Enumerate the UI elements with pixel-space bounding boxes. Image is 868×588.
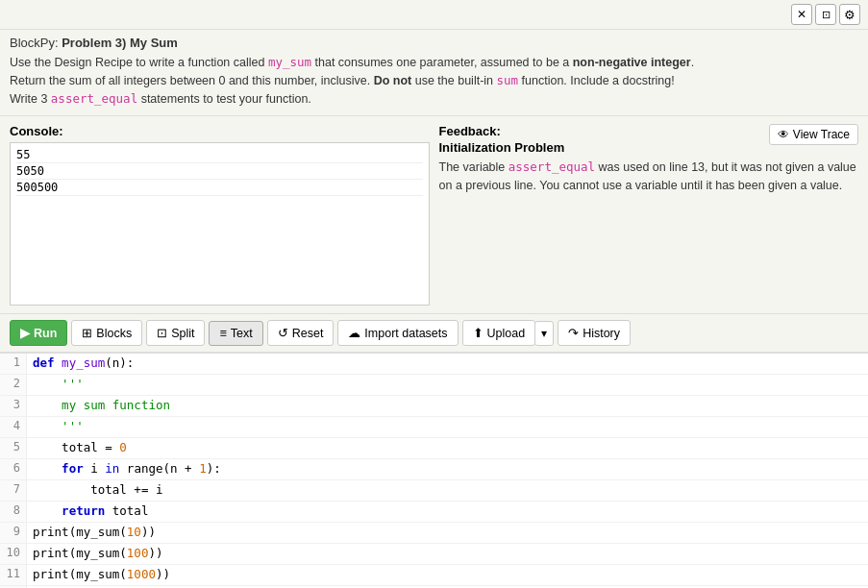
blocks-icon: ⊞ xyxy=(82,326,92,340)
history-button[interactable]: ↷ History xyxy=(558,320,631,346)
feedback-text: The variable assert_equal was used on li… xyxy=(439,159,859,195)
run-icon: ▶ xyxy=(20,326,30,340)
console-label: Console: xyxy=(10,124,430,138)
history-label: History xyxy=(583,327,620,340)
code-editor[interactable]: 1 def my_sum(n): 2 ''' 3 my sum function… xyxy=(0,353,868,588)
view-trace-button[interactable]: 👁 View Trace xyxy=(769,124,858,145)
blocks-button[interactable]: ⊞ Blocks xyxy=(71,320,142,346)
code-line-5: 5 total = 0 xyxy=(0,438,868,459)
header-title: BlockPy: Problem 3) My Sum xyxy=(10,36,858,50)
eye-icon: 👁 xyxy=(778,128,789,141)
code-line-11: 11 print(my_sum(1000)) xyxy=(0,565,868,586)
header-area: BlockPy: Problem 3) My Sum Use the Desig… xyxy=(0,30,868,116)
window-button[interactable]: ⊡ xyxy=(815,4,836,25)
console-panel: Console: 55 5050 500500 xyxy=(10,124,430,306)
code-line-10: 10 print(my_sum(100)) xyxy=(0,544,868,565)
console-line-3: 500500 xyxy=(16,180,423,196)
console-box[interactable]: 55 5050 500500 xyxy=(10,142,430,306)
code-line-9: 9 print(my_sum(10)) xyxy=(0,523,868,544)
reset-icon: ↺ xyxy=(278,326,288,340)
blocks-label: Blocks xyxy=(96,327,132,340)
import-icon: ☁ xyxy=(348,326,360,340)
code-line-8: 8 return total xyxy=(0,502,868,523)
code-line-3: 3 my sum function xyxy=(0,396,868,417)
code-line-4: 4 ''' xyxy=(0,417,868,438)
reset-button[interactable]: ↺ Reset xyxy=(267,320,335,346)
header-desc-line2: Return the sum of all integers between 0… xyxy=(10,72,858,90)
close-button[interactable]: ✕ xyxy=(791,4,812,25)
upload-icon: ⬆ xyxy=(473,326,484,340)
text-button[interactable]: ≡ Text xyxy=(209,321,262,346)
feedback-panel: 👁 View Trace Feedback: Initialization Pr… xyxy=(439,124,859,306)
text-label: Text xyxy=(231,327,253,340)
code-line-6: 6 for i in range(n + 1): xyxy=(0,459,868,480)
console-line-1: 55 xyxy=(16,147,423,163)
title-problem: Problem 3) My Sum xyxy=(62,36,178,50)
split-icon: ⊡ xyxy=(157,326,167,340)
split-label: Split xyxy=(171,327,194,340)
code-line-7: 7 total += i xyxy=(0,480,868,502)
code-line-1: 1 def my_sum(n): xyxy=(0,354,868,375)
title-prefix: BlockPy: xyxy=(10,36,59,50)
code-line-2: 2 ''' xyxy=(0,375,868,396)
upload-dropdown-button[interactable]: ▾ xyxy=(534,321,554,346)
upload-label: Upload xyxy=(487,327,526,340)
import-label: Import datasets xyxy=(364,327,447,340)
import-button[interactable]: ☁ Import datasets xyxy=(337,320,458,346)
view-trace-label: View Trace xyxy=(793,128,850,141)
header-desc-line1: Use the Design Recipe to write a functio… xyxy=(10,54,858,72)
text-icon: ≡ xyxy=(219,327,226,340)
toolbar: ▶ Run ⊞ Blocks ⊡ Split ≡ Text ↺ Reset ☁ … xyxy=(0,313,868,353)
console-line-2: 5050 xyxy=(16,163,423,180)
settings-button[interactable]: ⚙ xyxy=(839,4,860,25)
run-label: Run xyxy=(34,327,57,340)
reset-label: Reset xyxy=(292,327,324,340)
history-icon: ↷ xyxy=(568,326,579,340)
upload-button[interactable]: ⬆ Upload xyxy=(462,320,536,346)
run-button[interactable]: ▶ Run xyxy=(10,320,67,346)
split-button[interactable]: ⊡ Split xyxy=(146,320,205,346)
header-desc-line3: Write 3 assert_equal statements to test … xyxy=(10,90,858,109)
main-panels: Console: 55 5050 500500 👁 View Trace Fee… xyxy=(0,116,868,313)
